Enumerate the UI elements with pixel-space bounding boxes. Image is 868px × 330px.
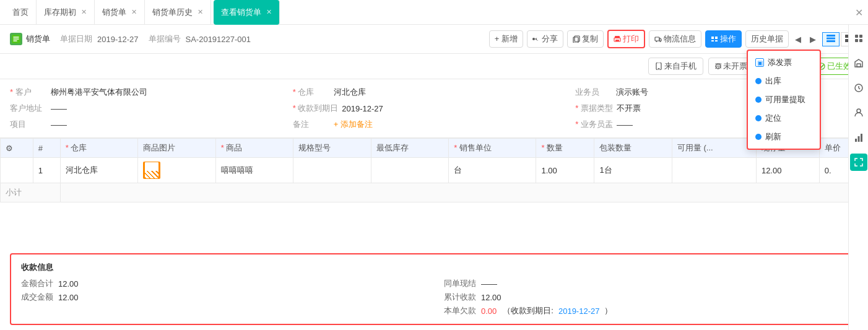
- col-min-stock: 最低库存: [371, 139, 448, 158]
- doc-icon: [10, 33, 22, 45]
- dropdown-item-available-qty[interactable]: 可用量提取: [748, 90, 820, 109]
- doc-meta-no: 单据编号 SA-20191227-001: [149, 33, 251, 45]
- dropdown-item-locate[interactable]: 定位: [748, 109, 820, 128]
- close-icon[interactable]: ✕: [81, 8, 87, 16]
- same-order-value: ——: [481, 279, 497, 289]
- data-table: ⚙ # 仓库 商品图片 商品 规格型号 最低库存 销售单位 数量 包装数量 可用…: [0, 138, 868, 202]
- toolbar-row2: 来自手机 票 未开票 已核销 已生效: [0, 54, 868, 79]
- right-panel: [848, 25, 868, 330]
- project-value: ——: [51, 120, 67, 129]
- total-label: 金额合计: [21, 278, 53, 289]
- total-value: 12.00: [58, 279, 79, 289]
- subtotal-label: 小计: [1, 183, 61, 202]
- add-invoice-icon: ▣: [755, 58, 764, 67]
- ticket-label: 票据类型: [575, 103, 613, 114]
- dropdown-item-add-invoice[interactable]: ▣ 添发票: [748, 53, 820, 72]
- tab-inventory-init[interactable]: 库存期初 ✕: [37, 0, 95, 25]
- svg-rect-15: [827, 40, 835, 42]
- payment-title: 收款信息: [21, 262, 847, 273]
- svg-rect-5: [615, 40, 619, 41]
- svg-rect-1: [573, 37, 578, 43]
- close-icon[interactable]: ✕: [197, 8, 203, 16]
- salesman-label: 业务员盂: [575, 119, 613, 130]
- new-button[interactable]: + 新增: [489, 30, 523, 48]
- close-window-button[interactable]: ✕: [855, 6, 863, 18]
- form-due-date: 收款到期日 2019-12-27: [293, 103, 576, 114]
- tab-sales-order[interactable]: 销货单 ✕: [95, 0, 145, 25]
- share-button[interactable]: 分享: [527, 30, 563, 48]
- warehouse-label: 仓库: [293, 87, 330, 98]
- transaction-label: 成交金额: [21, 292, 53, 303]
- doc-title-text: 销货单: [26, 33, 50, 45]
- logistics-button[interactable]: 物流信息: [649, 30, 701, 48]
- right-icon-3[interactable]: [850, 79, 867, 97]
- payment-grid: 金额合计 12.00 同单现结 —— 成交金额 12.00 累计收款 12.00…: [21, 278, 847, 316]
- note-label: 备注: [293, 119, 330, 130]
- arrears-date: 2019-12-27: [558, 306, 600, 316]
- customer-label: 客户: [10, 87, 47, 98]
- doc-header: 销货单 单据日期 2019-12-27 单据编号 SA-20191227-001…: [0, 25, 868, 54]
- col-seq: #: [33, 139, 60, 158]
- cell-img: [138, 158, 215, 183]
- svg-rect-33: [855, 139, 857, 142]
- nav-prev-icon[interactable]: ◀: [792, 33, 804, 45]
- tab-bar: 首页 库存期初 ✕ 销货单 ✕ 销货单历史 ✕ 查看销货单 ✕ ✕: [0, 0, 868, 25]
- copy-button[interactable]: 复制: [567, 30, 604, 48]
- add-note-button[interactable]: + 添加备注: [334, 119, 373, 130]
- view-table-button[interactable]: [822, 32, 840, 46]
- col-unit: 销售单位: [449, 139, 536, 158]
- subtotal-row: 小计: [1, 183, 868, 202]
- staff-value: 演示账号: [616, 87, 648, 98]
- svg-point-8: [660, 41, 661, 42]
- right-icon-1[interactable]: [850, 30, 867, 47]
- right-icon-expand[interactable]: [850, 154, 867, 171]
- print-button[interactable]: 打印: [607, 30, 645, 48]
- toolbar-right: + 新增 分享 复制 打印 物流信息 操作 历: [489, 30, 858, 48]
- tab-view-sales[interactable]: 查看销货单 ✕: [214, 0, 280, 25]
- phone-button[interactable]: 来自手机: [648, 58, 703, 75]
- arrears-label: 本单欠款: [444, 305, 476, 316]
- svg-rect-35: [861, 134, 862, 142]
- form-area: 客户 柳州粤港平安气体有限公司 仓库 河北仓库 业务员 演示账号 客户地址 ——…: [0, 79, 868, 138]
- right-icon-5[interactable]: [850, 129, 867, 146]
- same-order-row: 同单现结 ——: [444, 278, 847, 289]
- close-icon[interactable]: ✕: [131, 8, 137, 16]
- main-content: 销货单 单据日期 2019-12-27 单据编号 SA-20191227-001…: [0, 25, 868, 330]
- dropdown-item-warehouse-out[interactable]: 出库: [748, 72, 820, 90]
- transaction-value: 12.00: [58, 293, 79, 302]
- svg-rect-10: [715, 37, 718, 39]
- svg-rect-13: [827, 35, 835, 37]
- staff-label: 业务员: [575, 87, 612, 98]
- right-icon-2[interactable]: [850, 54, 867, 72]
- transaction-row: 成交金额 12.00: [21, 292, 424, 303]
- right-icon-4[interactable]: [850, 104, 867, 121]
- svg-rect-12: [715, 40, 718, 41]
- col-spec: 规格型号: [293, 139, 371, 158]
- close-icon[interactable]: ✕: [266, 8, 272, 16]
- cell-settings: [1, 158, 33, 183]
- ops-button[interactable]: 操作: [705, 30, 742, 48]
- tab-sales-history[interactable]: 销货单历史 ✕: [145, 0, 211, 25]
- nav-next-icon[interactable]: ▶: [807, 33, 818, 45]
- cell-min-stock: [371, 158, 448, 183]
- tab-home[interactable]: 首页: [5, 0, 37, 25]
- cell-stock: 12.00: [756, 158, 819, 183]
- salesman-value: ——: [617, 120, 633, 129]
- accumulated-row: 累计收款 12.00: [444, 292, 847, 303]
- col-pkg-qty: 包装数量: [594, 139, 672, 158]
- form-warehouse: 仓库 河北仓库: [293, 87, 576, 98]
- cell-available: [672, 158, 756, 183]
- svg-rect-2: [575, 36, 579, 41]
- arrears-end: ）: [604, 305, 612, 316]
- arrears-value: 0.00: [481, 306, 497, 316]
- dropdown-item-refresh[interactable]: 刷新: [748, 128, 820, 146]
- history-button[interactable]: 历史单据: [745, 30, 789, 48]
- cell-pkg-qty: 1台: [594, 158, 672, 183]
- svg-text:票: 票: [715, 63, 721, 69]
- col-settings[interactable]: ⚙: [1, 139, 33, 158]
- same-order-label: 同单现结: [444, 278, 476, 289]
- warehouse-value: 河北仓库: [334, 87, 366, 98]
- due-date-label: 收款到期日: [293, 103, 339, 114]
- form-address: 客户地址 ——: [10, 103, 293, 114]
- locate-icon: [755, 115, 762, 121]
